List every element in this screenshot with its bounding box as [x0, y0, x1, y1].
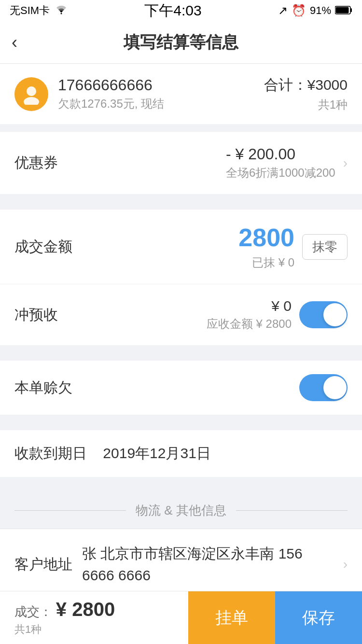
svg-point-4	[27, 86, 36, 96]
discount-section: 优惠券 - ¥ 200.00 全场6折满1000减200 ›	[0, 132, 362, 194]
status-left: 无SIM卡	[10, 3, 68, 18]
customer-card: 17666666666 欠款1276.35元, 现结 合计：¥3000 共1种	[0, 64, 362, 124]
debt-right	[299, 374, 348, 401]
total-count: 共1种	[264, 97, 348, 112]
customer-debt: 欠款1276.35元, 现结	[58, 96, 164, 112]
logistics-section-label: 物流 & 其他信息	[0, 492, 362, 529]
total-label: 合计：	[264, 77, 307, 93]
divider-1	[0, 202, 362, 210]
due-date-value: 2019年12月31日	[103, 445, 210, 461]
battery-icon	[335, 4, 352, 17]
divider-4	[0, 485, 362, 492]
bottom-summary: 成交： ¥ 2800 共1种	[0, 599, 188, 637]
discount-label: 优惠券	[14, 153, 58, 173]
toggle-thumb	[323, 303, 347, 326]
hang-button[interactable]: 挂单	[188, 591, 275, 644]
amount-section: 成交金额 2800 已抹 ¥ 0 抹零 冲预收 ¥ 0 应收金额 ¥ 2800	[0, 210, 362, 345]
deal-amount-sub: 已抹 ¥ 0	[238, 255, 294, 270]
avatar	[14, 77, 48, 111]
address-label: 客户地址	[14, 555, 72, 574]
customer-info: 17666666666 欠款1276.35元, 现结	[58, 76, 164, 112]
debt-row: 本单赊欠	[0, 361, 362, 415]
prepayment-sub: 应收金额 ¥ 2800	[207, 316, 292, 332]
location-icon: ↗	[278, 4, 288, 17]
page-title: 填写结算等信息	[124, 31, 238, 54]
discount-value-block: - ¥ 200.00 全场6折满1000减200	[226, 145, 335, 181]
prepayment-toggle[interactable]	[299, 301, 348, 328]
svg-point-5	[24, 97, 39, 105]
discount-desc: 全场6折满1000减200	[226, 165, 335, 181]
debt-toggle-thumb	[323, 376, 347, 399]
bottom-deal-line: 成交： ¥ 2800	[14, 599, 174, 620]
debt-section: 本单赊欠	[0, 361, 362, 415]
bottom-amount: ¥ 2800	[56, 599, 115, 620]
battery-label: 91%	[310, 4, 331, 17]
total-amount: 合计：¥3000	[264, 75, 348, 95]
discount-row[interactable]: 优惠券 - ¥ 200.00 全场6折满1000减200 ›	[0, 132, 362, 194]
discount-right: - ¥ 200.00 全场6折满1000减200 ›	[226, 145, 348, 181]
address-chevron: ›	[343, 557, 348, 572]
svg-point-0	[61, 13, 62, 14]
deal-amount-row: 成交金额 2800 已抹 ¥ 0 抹零	[0, 210, 362, 284]
deal-amount-value: 2800	[238, 223, 294, 252]
discount-value: - ¥ 200.00	[226, 145, 335, 163]
svg-rect-2	[350, 8, 352, 12]
divider-3	[0, 422, 362, 430]
due-date-label: 收款到期日 2019年12月31日	[14, 444, 211, 463]
discount-chevron: ›	[343, 155, 348, 171]
deal-amount-label: 成交金额	[14, 237, 72, 257]
deal-amount-right: 2800 已抹 ¥ 0 抹零	[238, 223, 348, 270]
deal-amount-value-block: 2800 已抹 ¥ 0	[238, 223, 294, 270]
svg-rect-3	[336, 7, 349, 14]
prepayment-row: 冲预收 ¥ 0 应收金额 ¥ 2800	[0, 284, 362, 345]
wifi-icon	[55, 4, 68, 17]
debt-toggle[interactable]	[299, 374, 348, 401]
bottom-bar: 成交： ¥ 2800 共1种 挂单 保存	[0, 591, 362, 644]
prepayment-label: 冲预收	[14, 305, 58, 325]
divider-2	[0, 353, 362, 361]
debt-label: 本单赊欠	[14, 378, 72, 398]
address-value: 张 北京市市辖区海淀区永丰南 156 6666 6666	[82, 543, 335, 586]
total-value: ¥3000	[307, 77, 348, 93]
logistics-label-text: 物流 & 其他信息	[136, 502, 226, 519]
customer-phone: 17666666666	[58, 76, 164, 94]
status-right: ↗ ⏰ 91%	[278, 4, 352, 17]
content-area: 17666666666 欠款1276.35元, 现结 合计：¥3000 共1种 …	[0, 64, 362, 644]
save-button[interactable]: 保存	[275, 591, 362, 644]
alarm-icon: ⏰	[292, 4, 306, 17]
address-row[interactable]: 客户地址 张 北京市市辖区海淀区永丰南 156 6666 6666 ›	[0, 529, 362, 600]
due-date-row: 收款到期日 2019年12月31日	[0, 430, 362, 477]
prepayment-value-block: ¥ 0 应收金额 ¥ 2800	[207, 298, 292, 332]
customer-total: 合计：¥3000 共1种	[264, 75, 348, 112]
prepayment-right: ¥ 0 应收金额 ¥ 2800	[207, 298, 348, 332]
round-zero-button[interactable]: 抹零	[302, 234, 348, 260]
bottom-deal-label: 成交：	[14, 604, 52, 619]
sim-label: 无SIM卡	[10, 3, 50, 18]
prepayment-value: ¥ 0	[207, 298, 292, 314]
due-date-section: 收款到期日 2019年12月31日	[0, 430, 362, 477]
bottom-count: 共1种	[14, 622, 174, 637]
back-button[interactable]: ‹	[12, 32, 17, 53]
status-time: 下午4:03	[144, 1, 201, 21]
status-bar: 无SIM卡 下午4:03 ↗ ⏰ 91%	[0, 0, 362, 21]
customer-left: 17666666666 欠款1276.35元, 现结	[14, 76, 164, 112]
nav-bar: ‹ 填写结算等信息	[0, 21, 362, 64]
